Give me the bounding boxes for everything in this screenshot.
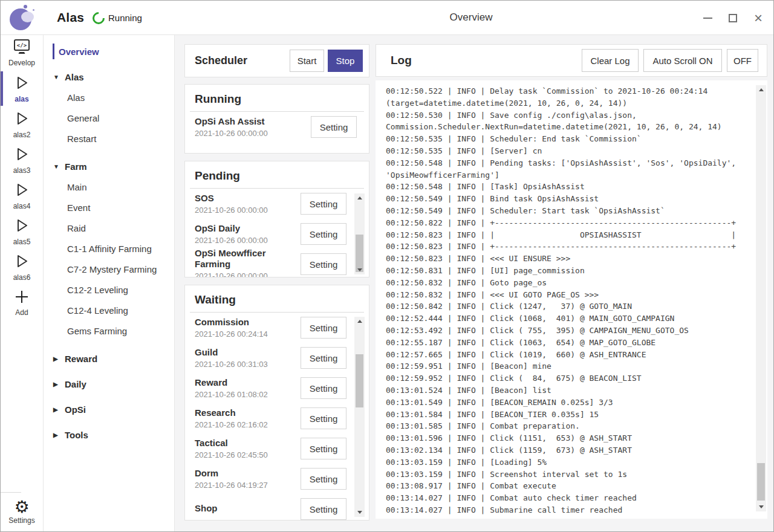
task-row: OpSi Ash Assist 2021-10-26 00:00:00 Sett… xyxy=(195,112,357,142)
task-name: Commission xyxy=(195,317,291,328)
sidebar-item-label: alas4 xyxy=(13,202,31,210)
nav-arrow-icon: ▶ xyxy=(53,406,65,413)
sidebar-item-settings[interactable]: ⚙ Settings xyxy=(1,493,43,530)
setting-button[interactable]: Setting xyxy=(301,193,346,215)
nav-item[interactable]: ▶ OpSi xyxy=(44,401,174,417)
play-icon xyxy=(13,146,30,165)
setting-button[interactable]: Setting xyxy=(301,438,346,459)
nav-item[interactable]: Main xyxy=(44,177,174,197)
scheduler-title: Scheduler xyxy=(195,54,290,67)
scheduler-card: Scheduler Start Stop xyxy=(184,44,369,77)
play-icon xyxy=(13,217,30,236)
log-line: (target=datetime.datetime(2021, 10, 26, … xyxy=(386,97,743,109)
task-name: Reward xyxy=(195,377,291,388)
maximize-button[interactable] xyxy=(724,1,742,35)
add-instance-button[interactable]: Add xyxy=(1,285,43,320)
scrollbar-thumb[interactable] xyxy=(757,463,765,501)
task-info: Reward 2021-10-26 01:08:02 xyxy=(195,377,301,399)
scroll-up-icon[interactable] xyxy=(354,193,365,203)
nav-item[interactable]: Raid xyxy=(44,218,174,238)
setting-button[interactable]: Setting xyxy=(301,498,346,520)
log-line: 00:12:50.530 | INFO | Save config ./conf… xyxy=(386,109,743,122)
sidebar-item-alas2[interactable]: alas2 xyxy=(1,106,43,142)
sidebar-item-alas4[interactable]: alas4 xyxy=(1,178,43,213)
clear-log-button[interactable]: Clear Log xyxy=(582,49,639,72)
task-info: OpSi Ash Assist 2021-10-26 00:00:00 xyxy=(195,116,311,138)
log-line: 00:12:50.822 | INFO | +-----------------… xyxy=(386,217,743,229)
minimize-button[interactable] xyxy=(698,1,717,35)
setting-button[interactable]: Setting xyxy=(301,223,346,245)
nav-item[interactable]: C12-2 Leveling xyxy=(44,279,174,300)
auto-scroll-on-button[interactable]: Auto Scroll ON xyxy=(643,49,722,72)
task-name: Tactical xyxy=(195,438,291,449)
scroll-up-icon[interactable] xyxy=(354,317,365,326)
log-line: Commission.Scheduler.NextRun=datetime.da… xyxy=(386,121,743,133)
nav-arrow-icon: ▶ xyxy=(53,381,65,388)
nav-item-label: Raid xyxy=(67,223,86,233)
auto-scroll-off-button[interactable]: OFF xyxy=(727,49,758,72)
sidebar-item-alas5[interactable]: alas5 xyxy=(1,213,43,249)
waiting-scrollbar[interactable] xyxy=(354,317,365,517)
setting-button[interactable]: Setting xyxy=(301,377,346,399)
nav-item[interactable]: ▼ Farm xyxy=(44,158,174,174)
nav-item[interactable]: ▶ Tools xyxy=(44,427,174,443)
sidebar-item-label: alas3 xyxy=(13,166,31,175)
log-line: 00:12:50.832 | INFO | <<< UI GOTO PAGE_O… xyxy=(386,289,743,301)
task-next-run-time: 2021-10-26 00:00:00 xyxy=(195,129,307,138)
sidebar-item-label: Add xyxy=(15,308,28,317)
scroll-down-icon[interactable] xyxy=(756,502,766,511)
sidebar-item-alas6[interactable]: alas6 xyxy=(1,249,43,285)
task-info: Tactical 2021-10-26 02:45:50 xyxy=(195,438,301,459)
scroll-down-icon[interactable] xyxy=(354,508,365,517)
nav-item[interactable]: ▼ Alas xyxy=(44,69,174,85)
nav-item[interactable]: Alas xyxy=(44,87,174,108)
nav-item[interactable]: Restart xyxy=(44,128,174,149)
nav-item[interactable]: C12-4 Leveling xyxy=(44,300,174,320)
plus-icon xyxy=(14,289,30,307)
sidebar-item-label: alas5 xyxy=(13,238,31,246)
scheduler-status-text: Running xyxy=(108,13,142,23)
log-title: Log xyxy=(391,54,582,67)
nav-item[interactable]: Overview xyxy=(53,44,174,59)
nav-item[interactable]: Gems Farming xyxy=(44,320,174,341)
log-line: 00:12:50.549 | INFO | Bind task OpsiAshA… xyxy=(386,193,743,205)
setting-button[interactable]: Setting xyxy=(301,317,346,339)
sidebar-item-alas3[interactable]: alas3 xyxy=(1,142,43,178)
log-line: 00:13:01.584 | INFO | [BEACON_TIER 0.035… xyxy=(386,409,743,421)
nav-item[interactable]: C7-2 Mystery Farming xyxy=(44,259,174,279)
app-logo-icon xyxy=(8,4,36,31)
log-scrollbar[interactable] xyxy=(756,85,766,511)
nav-item-label: Farm xyxy=(65,161,87,172)
setting-button[interactable]: Setting xyxy=(301,347,346,369)
pending-task-list: SOS 2021-10-26 00:00:00 Setting OpSi Dai… xyxy=(195,189,346,277)
scroll-down-icon[interactable] xyxy=(354,265,365,274)
stop-button[interactable]: Stop xyxy=(328,50,363,72)
setting-button[interactable]: Setting xyxy=(311,116,357,138)
close-button[interactable]: × xyxy=(749,1,767,35)
nav-item-label: Gems Farming xyxy=(67,326,127,336)
start-button[interactable]: Start xyxy=(290,50,324,72)
setting-button[interactable]: Setting xyxy=(301,468,346,490)
nav-item[interactable]: ▶ Reward xyxy=(44,351,174,366)
task-info: Dorm 2021-10-26 04:19:27 xyxy=(195,468,301,490)
sidebar-item-develop[interactable]: </> Develop xyxy=(1,35,43,71)
task-row: Tactical 2021-10-26 02:45:50 Setting xyxy=(195,433,346,464)
maximize-icon xyxy=(729,14,737,22)
nav-item[interactable]: General xyxy=(44,108,174,128)
scrollbar-thumb[interactable] xyxy=(356,354,363,407)
nav-item[interactable]: C1-1 Affinity Farming xyxy=(44,238,174,259)
log-line: 00:12:50.823 | INFO | <<< UI ENSURE >>> xyxy=(386,253,743,265)
log-line: 00:12:50.823 | INFO | | OPSIASHASSIST | xyxy=(386,229,743,241)
nav-item[interactable]: Event xyxy=(44,197,174,218)
log-line: 00:12:50.522 | INFO | Delay task `Commis… xyxy=(386,85,743,97)
sidebar-item-alas[interactable]: alas xyxy=(1,71,43,106)
setting-button[interactable]: Setting xyxy=(301,253,346,275)
pending-scrollbar[interactable] xyxy=(354,193,365,274)
nav-item[interactable]: ▶ Daily xyxy=(44,376,174,392)
scroll-up-icon[interactable] xyxy=(756,85,766,94)
nav-arrow-icon: ▶ xyxy=(53,355,65,362)
task-next-run-time: 2021-10-26 02:45:50 xyxy=(195,450,297,459)
instance-rail: </> Develop alas alas2 alas3 al xyxy=(1,35,44,531)
setting-button[interactable]: Setting xyxy=(301,407,346,429)
play-icon xyxy=(13,110,30,129)
